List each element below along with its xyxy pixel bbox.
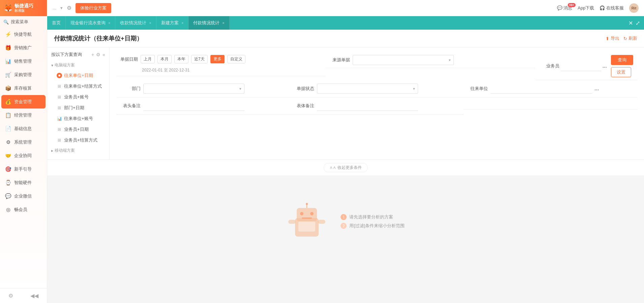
scheme-item-staff-settlement[interactable]: ⊞ 业务员+结算方式 [47,135,109,146]
sidebar-item-wechat[interactable]: 💬 企业微信 [1,189,46,203]
date-filter-cell: 单据日期 上月 本月 本年 近7天 更多 自定义 [116,52,326,76]
date-7days-btn[interactable]: 近7天 [191,55,208,63]
tab-close-receivable[interactable]: × [149,21,151,25]
messages-icon[interactable]: 💬 消息 99+ [557,5,573,11]
settings-button[interactable]: 设置 [611,67,631,77]
finance-icon: 💰 [5,98,11,105]
svg-point-3 [310,212,314,215]
trial-button[interactable]: 体验行业方案 [76,3,111,13]
tab-close-bank-flow[interactable]: × [108,21,110,25]
unit-ellipsis[interactable]: ... [594,86,599,92]
date-this-year-btn[interactable]: 本年 [174,55,188,63]
empty-cell [464,102,637,110]
sidebar-item-purchase[interactable]: 🛒 采购管理 [1,68,46,82]
logo-icon: 🦊 [4,4,12,12]
header-note-input[interactable] [143,101,244,111]
tab-new-plan[interactable]: 新建方案× [156,16,188,30]
empty-tip-1: 1 请先选择要分析的方案 [341,214,404,220]
filter-area-wrapper: 按以下方案查询 + ⚙ « ▾ 电脑端方案 [47,48,644,176]
sidebar-item-label-finance: 资金管理 [14,99,32,105]
query-button[interactable]: 查询 [611,55,633,65]
sidebar-item-label-member: 畅会员 [14,207,27,213]
scheme-item-staff-date[interactable]: ⊞ 业务员+日期 [47,124,109,135]
quick-nav-icon: ⚡ [5,31,11,38]
scheme-item-unit-date[interactable]: 往来单位+日期 [47,70,109,81]
scheme-panel-header: 按以下方案查询 + ⚙ « [47,52,109,60]
scheme-settings-icon[interactable]: ⚙ [96,52,100,57]
voucher-status-label: 单据状态 [294,86,314,92]
sidebar-collapse-icon[interactable]: ◀◀ [28,291,41,300]
empty-illustration [287,203,327,240]
sidebar-item-member[interactable]: ◎ 畅会员 [1,203,46,216]
sidebar-item-basic-info[interactable]: 📄 基础信息 [1,122,46,135]
sidebar-item-sales[interactable]: 📊 销售管理 [1,55,46,68]
svg-rect-5 [288,220,296,224]
sidebar-item-guide[interactable]: 🎯 新手引导 [1,162,46,176]
sidebar-item-quick-nav[interactable]: ⚡ 快捷导航 [1,28,46,41]
scheme-category-pc[interactable]: ▾ 电脑端方案 [47,60,109,70]
sidebar-item-label-enterprise: 企业协同 [14,153,32,159]
date-more-btn[interactable]: 更多 [210,55,225,63]
sidebar-item-finance[interactable]: 💰 资金管理 [1,95,46,109]
collapse-button[interactable]: ∧∧ 收起更多条件 [324,163,367,172]
voucher-status-select[interactable]: ▾ [317,84,418,94]
tab-label-receivable: 收款情况统计 [120,20,146,26]
sidebar-item-hardware[interactable]: ⌚ 智能硬件 [1,176,46,189]
scheme-item-staff-account[interactable]: ⊞ 业务员+账号 [47,92,109,102]
scheme-item-dept-date[interactable]: ⊞ 部门+日期 [47,102,109,113]
tab-close-payment-stat[interactable]: × [222,21,224,25]
logo-badge: 标准版 [14,8,33,13]
topbar-settings-icon[interactable]: ⚙ [67,5,71,11]
header-note-label: 表头备注 [120,103,141,109]
sidebar-search[interactable]: 🔍 搜索菜单 [0,16,47,28]
date-last-month-btn[interactable]: 上月 [141,55,155,63]
tabbar: 首页现金银行流水查询×收款情况统计×新建方案×付款情况统计× ✕ ⤢ [47,16,644,30]
scheme-panel: 按以下方案查询 + ⚙ « ▾ 电脑端方案 [47,48,110,159]
date-custom-btn[interactable]: 自定义 [227,55,245,63]
scheme-item-unit-settlement[interactable]: ⊞ 往来单位+结算方式 [47,81,109,92]
scheme-add-icon[interactable]: + [91,52,94,57]
close-all-icon[interactable]: ✕ [628,20,633,26]
sidebar-item-inventory[interactable]: 📦 库存核算 [1,82,46,95]
maximize-icon[interactable]: ⤢ [636,20,640,26]
scheme-category-mobile-label: 移动端方案 [55,148,75,153]
staff-ellipsis[interactable]: ... [603,63,607,69]
table-icon: ⊞ [57,127,62,132]
sidebar-item-label-wechat: 企业微信 [14,193,32,199]
sidebar-item-label-purchase: 采购管理 [14,72,32,78]
online-service-link[interactable]: 🎧 在线客服 [599,5,624,11]
export-button[interactable]: ⬆ 导出 [606,35,619,41]
sidebar-item-operations[interactable]: 📋 经营管理 [1,109,46,122]
scheme-item-label: 业务员+日期 [64,126,89,132]
tab-close-new-plan[interactable]: × [181,21,183,25]
svg-point-2 [300,212,303,215]
scheme-item-unit-account[interactable]: 📊 往来单位+账号 [47,113,109,124]
tab-home[interactable]: 首页 [47,16,66,30]
tab-receivable[interactable]: 收款情况统计× [115,16,156,30]
sidebar-item-enterprise[interactable]: 🤝 企业协同 [1,149,46,162]
tab-bank-flow[interactable]: 现金银行流水查询× [66,16,115,30]
tab-payment-stat[interactable]: 付款情况统计× [188,16,229,30]
sales-icon: 📊 [5,58,11,65]
topbar-chevron-icon[interactable]: ▾ [60,5,63,10]
body-note-input[interactable] [317,101,418,111]
staff-input[interactable] [561,61,601,71]
chevron-down-icon: ▾ [239,87,241,91]
sidebar-item-system[interactable]: ⚙ 系统管理 [1,135,46,149]
sidebar-item-marketing[interactable]: 🎁 营销推广 [1,41,46,55]
date-this-month-btn[interactable]: 本月 [157,55,172,63]
dept-select[interactable]: ▾ [143,84,244,94]
page-content: 付款情况统计（往来单位+日期） ⬆ 导出 ↻ 刷新 按以下方案查询 [47,30,644,303]
scheme-category-mobile[interactable]: ▸ 移动端方案 [47,146,109,155]
refresh-button[interactable]: ↻ 刷新 [623,35,637,41]
sidebar-settings-icon[interactable]: ⚙ [6,291,16,300]
source-select[interactable]: ▾ [353,55,454,65]
unit-input[interactable] [491,84,592,94]
export-icon: ⬆ [606,36,609,41]
scheme-collapse-icon[interactable]: « [103,52,105,57]
app-download-link[interactable]: App下载 [578,5,594,11]
scheme-item-label: 部门+日期 [64,105,84,111]
chevron-down-icon: ▾ [51,63,53,68]
avatar[interactable]: Rit [629,3,639,13]
svg-point-8 [306,203,308,205]
